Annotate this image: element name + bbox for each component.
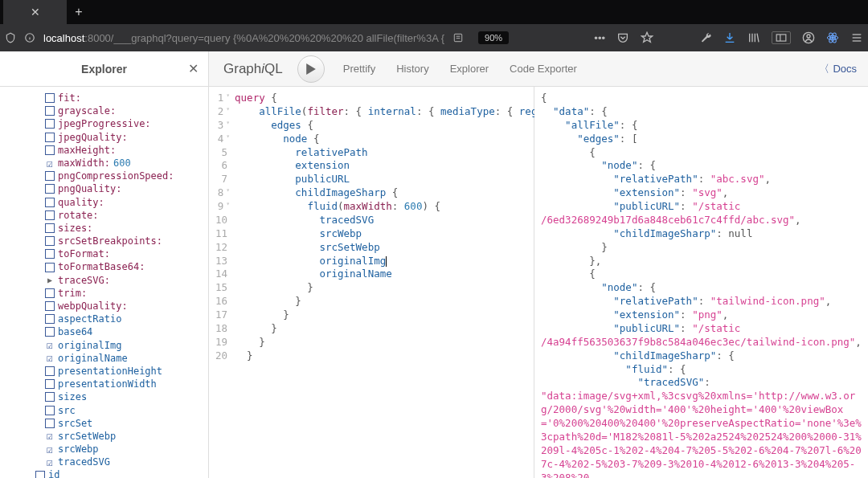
ellipsis-icon[interactable]: ••• — [594, 32, 605, 44]
checkbox-icon[interactable] — [45, 236, 55, 246]
code-line[interactable]: edges { — [235, 119, 555, 133]
code-line[interactable]: originalName — [235, 268, 555, 281]
code-line[interactable]: query { — [235, 92, 555, 105]
explorer-field[interactable]: grayscale: — [45, 104, 207, 117]
prettify-button[interactable]: Prettify — [333, 51, 386, 86]
explorer-field[interactable]: originalName — [45, 352, 207, 365]
explorer-field[interactable]: sizes — [45, 390, 207, 403]
explorer-field[interactable]: srcSetWebp — [45, 430, 207, 443]
checkbox-icon[interactable] — [45, 119, 55, 129]
checkbox-icon[interactable] — [45, 444, 55, 454]
docs-button[interactable]: 〈 Docs — [808, 51, 868, 86]
browser-tab[interactable]: ✕ — [3, 0, 68, 24]
checkbox-icon[interactable] — [45, 133, 55, 142]
checkbox-icon[interactable] — [45, 249, 55, 259]
code-line[interactable]: relativePath — [235, 146, 555, 160]
profile-icon[interactable] — [802, 31, 815, 44]
checkbox-icon[interactable] — [45, 106, 55, 116]
checkbox-icon[interactable] — [45, 288, 55, 298]
code-line[interactable]: childImageSharp { — [235, 186, 555, 200]
readable-icon[interactable] — [452, 32, 464, 43]
execute-button[interactable] — [297, 55, 325, 83]
checkbox-icon[interactable] — [45, 392, 55, 402]
explorer-field[interactable]: originalImg — [45, 339, 207, 352]
checkbox-icon[interactable] — [45, 301, 55, 311]
explorer-field[interactable]: srcSetBreakpoints: — [45, 235, 207, 247]
tab-close-icon[interactable]: ✕ — [31, 6, 40, 18]
explorer-close-icon[interactable]: ✕ — [188, 61, 199, 76]
explorer-field[interactable]: rotate: — [45, 209, 207, 222]
code-line[interactable]: node { — [235, 133, 555, 146]
explorer-field[interactable]: srcSet — [45, 417, 207, 430]
checkbox-icon[interactable] — [45, 353, 55, 363]
code-line[interactable]: originalImg — [235, 255, 555, 268]
explorer-field[interactable]: fit: — [45, 92, 207, 104]
code-line[interactable]: } — [235, 336, 555, 349]
explorer-field[interactable]: maxWidth: 600 — [45, 157, 207, 170]
wrench-icon[interactable] — [700, 32, 712, 44]
code-line[interactable]: allFile(filter: { internal: { mediaType:… — [235, 105, 555, 119]
new-tab-button[interactable]: + — [68, 5, 90, 19]
history-button[interactable]: History — [386, 51, 439, 86]
checkbox-icon[interactable] — [45, 406, 55, 415]
explorer-field[interactable]: src — [45, 404, 207, 417]
shield-icon[interactable] — [5, 32, 16, 43]
code-line[interactable]: publicURL — [235, 173, 555, 186]
explorer-field[interactable]: maxHeight: — [45, 144, 207, 157]
code-line[interactable]: } — [235, 308, 555, 322]
explorer-field[interactable]: pngQuality: — [45, 182, 207, 195]
checkbox-icon[interactable] — [45, 184, 55, 194]
explorer-field[interactable]: aspectRatio — [45, 313, 207, 325]
explorer-field[interactable]: id — [35, 468, 207, 478]
checkbox-icon[interactable] — [45, 145, 55, 155]
code-line[interactable]: } — [235, 281, 555, 295]
explorer-field[interactable]: presentationWidth — [45, 378, 207, 390]
explorer-field[interactable]: base64 — [45, 325, 207, 338]
code-line[interactable]: srcSetWebp — [235, 241, 555, 255]
explorer-field[interactable]: presentationHeight — [45, 365, 207, 378]
checkbox-icon[interactable] — [45, 210, 55, 220]
library-icon[interactable] — [747, 31, 760, 44]
url-display[interactable]: localhost :8000/ ___graphql?query=query … — [43, 32, 444, 44]
sidebar-icon[interactable] — [772, 31, 791, 44]
download-icon[interactable] — [723, 31, 736, 44]
checkbox-icon[interactable] — [45, 419, 55, 428]
checkbox-icon[interactable] — [45, 263, 55, 272]
explorer-field[interactable]: webpQuality: — [45, 300, 207, 313]
checkbox-icon[interactable] — [45, 314, 55, 324]
explorer-field[interactable]: toFormatBase64: — [45, 260, 207, 273]
zoom-level[interactable]: 90% — [478, 31, 509, 44]
checkbox-icon[interactable] — [45, 171, 55, 181]
code-line[interactable]: srcWebp — [235, 227, 555, 241]
bookmark-star-icon[interactable] — [641, 31, 653, 44]
checkbox-icon[interactable] — [45, 457, 55, 467]
explorer-field[interactable]: quality: — [45, 196, 207, 209]
explorer-field[interactable]: toFormat: — [45, 247, 207, 260]
checkbox-icon[interactable] — [45, 93, 55, 103]
query-editor[interactable]: 1▾2▾3▾4▾5 6 7 8▾9▾10 11 12 13 14 15 16 1… — [209, 87, 534, 478]
info-icon[interactable] — [24, 32, 35, 43]
code-line[interactable]: tracedSVG — [235, 214, 555, 227]
checkbox-icon[interactable] — [45, 431, 55, 441]
checkbox-icon[interactable] — [45, 379, 55, 389]
pocket-icon[interactable] — [616, 31, 629, 44]
checkbox-icon[interactable] — [45, 341, 55, 350]
explorer-field[interactable]: srcWebp — [45, 443, 207, 456]
expand-icon[interactable]: ▶ — [45, 275, 55, 286]
explorer-field[interactable]: jpegQuality: — [45, 131, 207, 144]
checkbox-icon[interactable] — [45, 158, 55, 168]
react-devtools-icon[interactable] — [826, 31, 839, 44]
checkbox-icon[interactable] — [45, 223, 55, 233]
code-line[interactable]: extension — [235, 159, 555, 173]
explorer-toggle-button[interactable]: Explorer — [440, 51, 499, 86]
menu-icon[interactable] — [850, 31, 863, 44]
code-exporter-button[interactable]: Code Exporter — [499, 51, 588, 86]
checkbox-icon[interactable] — [45, 366, 55, 376]
explorer-field[interactable]: sizes: — [45, 222, 207, 235]
code-line[interactable]: fluid(maxWidth: 600) { — [235, 200, 555, 214]
explorer-field[interactable]: pngCompressionSpeed: — [45, 170, 207, 182]
code-line[interactable]: } — [235, 295, 555, 308]
checkbox-icon[interactable] — [45, 327, 55, 337]
explorer-field[interactable]: trim: — [45, 287, 207, 300]
code-line[interactable]: } — [235, 349, 555, 363]
